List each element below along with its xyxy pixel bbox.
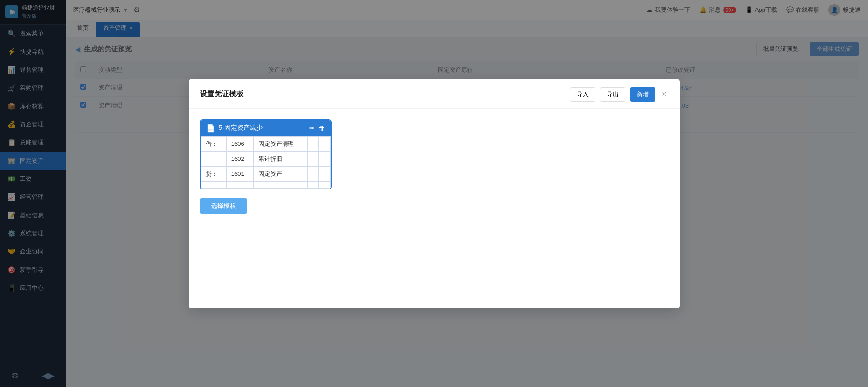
template-header-left: 📄 5-固定资产减少	[206, 124, 263, 133]
select-template-btn[interactable]: 选择模板	[200, 198, 247, 214]
entry-credit	[319, 151, 330, 166]
entry-code: 1602	[226, 151, 253, 166]
entry-subject: 固定资产	[253, 166, 308, 181]
template-card-header: 📄 5-固定资产减少 ✏ 🗑	[201, 120, 331, 136]
entry-code	[226, 181, 253, 188]
import-btn[interactable]: 导入	[570, 87, 595, 102]
dialog-body: 📄 5-固定资产减少 ✏ 🗑 借： 1606 固定资产清理	[189, 109, 680, 308]
entry-direction	[201, 181, 226, 188]
modal-overlay: 设置凭证模板 导入 导出 新增 × 📄 5-固定资产减少 ✏ 🗑	[0, 0, 868, 387]
entry-subject	[253, 181, 308, 188]
new-btn[interactable]: 新增	[630, 87, 655, 102]
entry-direction: 贷：	[201, 166, 226, 181]
entry-credit	[319, 136, 330, 151]
entry-debit	[308, 136, 319, 151]
template-entry-row: 借： 1606 固定资产清理	[201, 136, 330, 151]
entry-direction: 借：	[201, 136, 226, 151]
template-card: 📄 5-固定资产减少 ✏ 🗑 借： 1606 固定资产清理	[200, 119, 332, 189]
entry-code: 1606	[226, 136, 253, 151]
entry-subject: 固定资产清理	[253, 136, 308, 151]
template-entries-table: 借： 1606 固定资产清理 1602 累计折旧	[201, 136, 331, 189]
template-card-actions: ✏ 🗑	[309, 124, 325, 132]
template-doc-icon: 📄	[206, 124, 215, 133]
dialog-header: 设置凭证模板 导入 导出 新增 ×	[189, 79, 680, 109]
template-entry-row: 贷： 1601 固定资产	[201, 166, 330, 181]
template-edit-btn[interactable]: ✏	[309, 124, 315, 132]
dialog-set-voucher-template: 设置凭证模板 导入 导出 新增 × 📄 5-固定资产减少 ✏ 🗑	[189, 79, 680, 308]
entry-debit	[308, 181, 319, 188]
entry-code: 1601	[226, 166, 253, 181]
entry-direction	[201, 151, 226, 166]
template-entry-row	[201, 181, 330, 188]
export-btn[interactable]: 导出	[600, 87, 625, 102]
template-delete-btn[interactable]: 🗑	[318, 124, 325, 132]
entry-debit	[308, 166, 319, 181]
entry-subject: 累计折旧	[253, 151, 308, 166]
template-entry-row: 1602 累计折旧	[201, 151, 330, 166]
dialog-title: 设置凭证模板	[200, 89, 243, 99]
entry-credit	[319, 166, 330, 181]
entry-credit	[319, 181, 330, 188]
dialog-close-btn[interactable]: ×	[660, 87, 669, 102]
entry-debit	[308, 151, 319, 166]
template-name: 5-固定资产减少	[219, 124, 263, 132]
dialog-actions: 导入 导出 新增 ×	[570, 87, 669, 102]
